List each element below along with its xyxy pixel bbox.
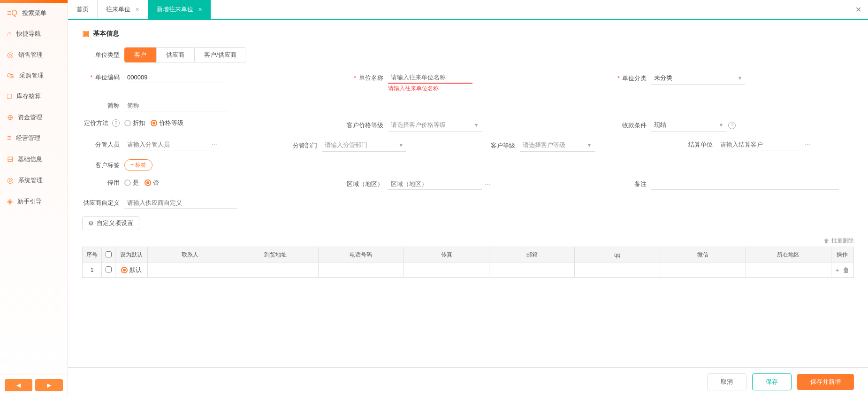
radio-yes[interactable]: 是 [124, 179, 139, 187]
tab-new-counterparty-close[interactable]: ✕ [198, 7, 202, 13]
radio-yes-label: 是 [133, 179, 139, 187]
cell-region[interactable] [746, 263, 831, 278]
sidebar-collapse-btn[interactable]: ◀ [5, 379, 32, 391]
cell-wechat[interactable] [660, 263, 746, 278]
unit-btn-customer[interactable]: 客户 [124, 47, 156, 62]
settlement-more-btn[interactable]: ··· [802, 140, 814, 149]
fax-input[interactable] [407, 267, 486, 273]
region-input[interactable] [388, 179, 482, 190]
custom-settings-btn[interactable]: ⚙ 自定义项设置 [82, 216, 139, 230]
phone-input[interactable] [321, 267, 401, 273]
sidebar-item-quicknav[interactable]: ⌂ 快捷导航 [0, 23, 68, 44]
region-table-input[interactable] [749, 267, 828, 273]
radio-no[interactable]: 否 [145, 179, 159, 187]
field-group-settlement: 结算单位 ··· [675, 139, 854, 150]
col-checkbox [102, 247, 115, 263]
radio-discount[interactable]: 折扣 [124, 119, 145, 127]
manager-more-btn[interactable]: ··· [209, 140, 221, 149]
sidebar-item-system[interactable]: ◎ 系统管理 [0, 170, 68, 191]
cell-email[interactable] [489, 263, 575, 278]
window-close-btn[interactable]: ✕ [849, 0, 868, 19]
sidebar-item-purchase[interactable]: 🛍 采购管理 [0, 65, 68, 86]
cell-qq[interactable] [575, 263, 660, 278]
radio-no-circle [145, 179, 151, 186]
unit-btn-both[interactable]: 客户/供应商 [194, 47, 246, 62]
supplier-custom-input[interactable] [124, 197, 237, 209]
cell-default: 默认 [115, 263, 147, 278]
radio-price-level[interactable]: 价格等级 [151, 119, 183, 127]
wechat-input[interactable] [663, 267, 742, 273]
contact-input[interactable] [151, 267, 230, 273]
unit-name-input[interactable] [388, 72, 472, 84]
sidebar-item-sales[interactable]: ◎ 销售管理 [0, 44, 68, 65]
cell-address[interactable] [233, 263, 318, 278]
trash-icon: 🗑 [824, 238, 830, 244]
department-select[interactable]: 请输入分管部门 ▼ [322, 139, 406, 152]
sidebar-bottom: ◀ ▶ [0, 374, 68, 396]
tab-new-counterparty[interactable]: 新增往来单位 ✕ [148, 0, 211, 19]
pricing-help-icon[interactable]: ? [112, 119, 120, 127]
disabled-label: 停用 [82, 179, 124, 187]
field-group-abbr: 简称 [82, 100, 854, 111]
email-input[interactable] [492, 267, 571, 273]
form-row-pricing: 定价方法 ? 折扣 价格等级 客户价格等级 [82, 119, 854, 132]
field-group-manager: 分管人员 ··· [82, 139, 261, 150]
sales-icon: ◎ [7, 50, 14, 59]
save-new-button[interactable]: 保存并新增 [797, 374, 854, 390]
custom-settings-label: 自定义项设置 [97, 219, 133, 227]
sidebar-item-basicinfo[interactable]: ⊟ 基础信息 [0, 148, 68, 170]
field-group-unit-category: * 单位分类 未分类 ▼ [609, 72, 854, 85]
batch-delete-label[interactable]: 批量删除 [831, 237, 854, 245]
cell-fax[interactable] [404, 263, 489, 278]
customer-level-select[interactable]: 请选择客户等级 ▼ [520, 139, 595, 152]
cell-phone[interactable] [318, 263, 404, 278]
manager-input[interactable] [124, 139, 209, 150]
tab-home[interactable]: 首页 [68, 0, 98, 19]
customer-price-select[interactable]: 请选择客户价格等级 ▼ [388, 119, 482, 132]
cancel-button[interactable]: 取消 [707, 373, 746, 390]
pricing-radio-group: 折扣 价格等级 [124, 119, 183, 127]
unit-type-label: 单位类型 [82, 51, 124, 59]
disabled-radio-group: 是 否 [124, 179, 159, 187]
payment-help-icon[interactable]: ? [728, 122, 736, 129]
tab-counterparty-label: 往来单位 [106, 5, 130, 14]
payment-value: 现结 [654, 121, 716, 129]
qq-input[interactable] [578, 267, 657, 273]
unit-btn-supplier[interactable]: 供应商 [156, 47, 194, 62]
payment-label: 收款条件 [609, 121, 651, 130]
remark-label: 备注 [609, 180, 651, 188]
save-button[interactable]: 保存 [752, 373, 792, 390]
sidebar-item-operations[interactable]: ≡ 经营管理 [0, 128, 68, 148]
default-radio[interactable]: 默认 [118, 266, 144, 274]
sidebar-item-inventory[interactable]: □ 库存核算 [0, 86, 68, 107]
inventory-icon: □ [7, 92, 12, 101]
sidebar-item-finance[interactable]: ⊕ 资金管理 [0, 107, 68, 128]
guide-icon: ◈ [7, 197, 13, 206]
chevron-down-icon: ▼ [587, 142, 592, 148]
unit-category-select[interactable]: 未分类 ▼ [651, 72, 745, 85]
delete-row-btn[interactable]: 🗑 [843, 266, 849, 274]
unit-category-value: 未分类 [654, 74, 735, 82]
tab-counterparty[interactable]: 往来单位 ✕ [98, 0, 148, 19]
radio-discount-label: 折扣 [133, 119, 145, 127]
region-more-btn[interactable]: ··· [482, 180, 494, 188]
row-checkbox[interactable] [106, 266, 112, 272]
select-all-checkbox[interactable] [106, 251, 112, 257]
settlement-input[interactable] [717, 139, 802, 150]
add-row-btn[interactable]: + [835, 266, 839, 274]
sidebar-item-guide[interactable]: ◈ 新手引导 [0, 191, 68, 212]
radio-discount-circle [124, 120, 131, 126]
radio-yes-circle [124, 179, 131, 186]
remark-input[interactable] [651, 179, 839, 190]
payment-select[interactable]: 现结 ▼ [651, 119, 726, 132]
sidebar-item-search[interactable]: ≡Q 搜索菜单 [0, 3, 68, 23]
add-tag-btn[interactable]: + 标签 [124, 159, 152, 171]
sidebar-expand-btn[interactable]: ▶ [35, 379, 63, 391]
sidebar-item-label: 经营管理 [16, 134, 40, 142]
tab-counterparty-close[interactable]: ✕ [135, 7, 139, 13]
abbr-input[interactable] [124, 100, 228, 111]
unit-name-error: 请输入往来单位名称 [388, 85, 439, 93]
address-input[interactable] [236, 267, 315, 273]
cell-contact[interactable] [147, 263, 233, 278]
unit-code-input[interactable] [124, 72, 228, 83]
